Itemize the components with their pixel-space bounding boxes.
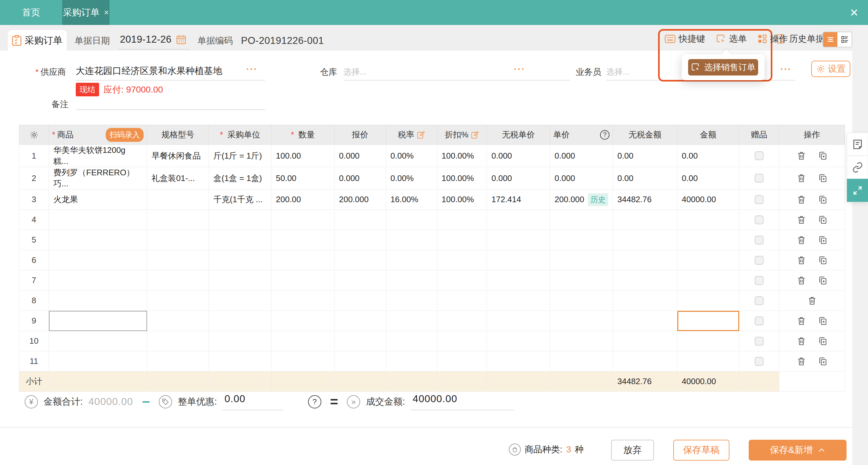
unit-cell[interactable] xyxy=(209,351,272,372)
copy-row-icon[interactable] xyxy=(818,357,828,366)
help-icon[interactable]: ? xyxy=(600,130,610,140)
amount-cell[interactable] xyxy=(677,270,739,291)
notax-amount-column-header[interactable]: 无税金额 xyxy=(613,125,677,145)
qty-cell[interactable] xyxy=(272,331,335,351)
tax-cell[interactable] xyxy=(386,270,437,291)
tax-cell[interactable] xyxy=(386,250,437,270)
delete-row-icon[interactable] xyxy=(797,235,806,245)
qty-cell[interactable] xyxy=(272,311,335,331)
delete-row-icon[interactable] xyxy=(797,173,806,183)
gift-checkbox[interactable] xyxy=(755,317,764,325)
notax-amount-cell[interactable] xyxy=(613,351,677,372)
discount-cell[interactable] xyxy=(437,331,487,351)
delete-row-icon[interactable] xyxy=(797,337,806,346)
quote-cell[interactable] xyxy=(335,331,386,351)
settings-button[interactable]: 设置 xyxy=(811,61,850,77)
quote-cell[interactable] xyxy=(335,291,386,311)
delete-row-icon[interactable] xyxy=(797,215,806,225)
spec-cell[interactable] xyxy=(147,311,209,331)
tax-cell[interactable] xyxy=(386,291,437,311)
product-cell[interactable]: 火龙果 xyxy=(49,190,147,210)
amount-cell[interactable] xyxy=(677,291,739,311)
tax-cell[interactable] xyxy=(386,230,437,250)
discount-column-header[interactable]: 折扣% xyxy=(437,125,487,145)
tab-home[interactable]: 首页 xyxy=(0,0,62,25)
gift-checkbox[interactable] xyxy=(755,276,764,285)
qty-cell[interactable] xyxy=(272,250,335,270)
final-amount-input[interactable]: 40000.00 xyxy=(411,393,514,410)
delete-row-icon[interactable] xyxy=(797,316,806,326)
quote-cell[interactable]: 200.000 xyxy=(335,190,386,210)
quote-cell[interactable] xyxy=(335,210,386,230)
price-cell[interactable] xyxy=(550,250,613,270)
discount-cell[interactable]: 100.00% xyxy=(437,190,487,210)
price-cell[interactable] xyxy=(550,291,613,311)
tax-cell[interactable] xyxy=(386,210,437,230)
notax-price-cell[interactable]: 0.000 xyxy=(487,145,550,167)
gift-checkbox[interactable] xyxy=(755,357,764,366)
tax-cell[interactable]: 0.00% xyxy=(386,167,437,190)
copy-row-icon[interactable] xyxy=(818,316,828,326)
gift-checkbox[interactable] xyxy=(755,296,764,305)
qty-cell[interactable]: 200.00 xyxy=(272,190,335,210)
discount-cell[interactable]: 100.00% xyxy=(437,167,487,190)
price-column-header[interactable]: 单价 ? xyxy=(550,125,613,145)
quote-cell[interactable] xyxy=(335,351,386,372)
notax-price-cell[interactable]: 172.414 xyxy=(487,190,550,210)
amount-cell[interactable]: 0.00 xyxy=(677,167,739,190)
qty-cell[interactable] xyxy=(272,230,335,250)
spec-cell[interactable] xyxy=(147,250,209,270)
price-cell[interactable] xyxy=(550,351,613,372)
price-cell[interactable] xyxy=(550,270,613,291)
copy-row-icon[interactable] xyxy=(818,215,828,225)
product-cell[interactable] xyxy=(49,291,147,311)
edit-icon[interactable] xyxy=(417,131,425,139)
unit-cell[interactable]: 盒(1盒 = 1盒) xyxy=(209,167,272,190)
notes-panel-button[interactable] xyxy=(847,133,868,156)
product-cell[interactable]: 华美华夫软饼1200g 糕... xyxy=(49,145,147,167)
quote-cell[interactable]: 0.000 xyxy=(335,167,386,190)
discount-cell[interactable] xyxy=(437,210,487,230)
calendar-icon[interactable] xyxy=(176,34,186,45)
product-cell[interactable] xyxy=(49,331,147,351)
notax-amount-cell[interactable] xyxy=(613,331,677,351)
qty-cell[interactable] xyxy=(272,351,335,372)
column-settings-header[interactable] xyxy=(19,125,49,145)
spec-cell[interactable] xyxy=(147,210,209,230)
product-cell[interactable] xyxy=(49,230,147,250)
shortcut-keys-button[interactable]: 快捷键 xyxy=(665,33,705,45)
tab-purchase-order[interactable]: 采购订单 × xyxy=(62,0,110,25)
copy-row-icon[interactable] xyxy=(818,276,828,285)
price-cell[interactable]: 0.000 xyxy=(550,167,613,190)
unit-cell[interactable] xyxy=(209,311,272,331)
select-order-button[interactable]: 选单 xyxy=(716,33,747,45)
unit-cell[interactable] xyxy=(209,331,272,351)
quote-cell[interactable] xyxy=(335,250,386,270)
amount-cell[interactable] xyxy=(677,331,739,351)
discount-cell[interactable] xyxy=(437,270,487,291)
gift-checkbox[interactable] xyxy=(755,236,764,244)
amount-cell[interactable] xyxy=(677,351,739,372)
price-cell[interactable] xyxy=(550,311,613,331)
edit-icon[interactable] xyxy=(471,131,479,139)
price-cell[interactable] xyxy=(550,331,613,351)
qty-cell[interactable]: 50.00 xyxy=(272,167,335,190)
notax-price-cell[interactable] xyxy=(487,351,550,372)
question-icon[interactable]: ? xyxy=(308,395,321,408)
notax-price-cell[interactable] xyxy=(487,230,550,250)
product-cell[interactable] xyxy=(49,250,147,270)
delete-row-icon[interactable] xyxy=(797,276,806,285)
tab-close-icon[interactable]: × xyxy=(104,7,108,18)
quote-column-header[interactable]: 报价 xyxy=(335,125,386,145)
actions-button[interactable]: 操作 xyxy=(757,33,788,45)
copy-row-icon[interactable] xyxy=(818,195,828,204)
product-cell[interactable] xyxy=(49,270,147,291)
notax-amount-cell[interactable] xyxy=(613,210,677,230)
discount-cell[interactable]: 100.00% xyxy=(437,145,487,167)
qty-cell[interactable] xyxy=(272,210,335,230)
product-cell[interactable] xyxy=(49,351,147,372)
gift-checkbox[interactable] xyxy=(755,151,764,160)
notax-price-cell[interactable]: 0.000 xyxy=(487,167,550,190)
scan-entry-badge[interactable]: 扫码录入 xyxy=(106,128,144,142)
unit-cell[interactable] xyxy=(209,250,272,270)
